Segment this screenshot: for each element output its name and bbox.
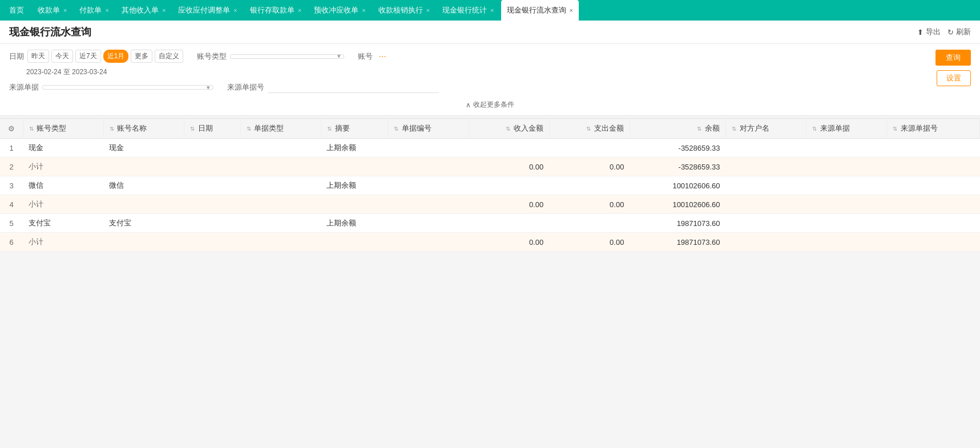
col-gear[interactable]: ⚙ [0,119,23,139]
cell-doc-no [388,214,469,233]
date-btn-today[interactable]: 今天 [51,50,73,63]
cell-account-name [103,158,184,176]
cell-counterpart [726,158,806,176]
cell-income: 0.00 [469,158,549,176]
cell-account-name [103,195,184,214]
col-doc-no[interactable]: ⇅ 单据编号 [388,119,469,139]
nav-tab-7[interactable]: 现金银行统计 × [437,0,499,21]
cell-doc-no [388,233,469,252]
page-header: 现金银行流水查询 ⬆ 导出 ↻ 刷新 [0,21,980,44]
cell-counterpart [726,176,806,195]
nav-tab-close-4[interactable]: × [298,7,301,14]
nav-tab-2[interactable]: 其他收入单 × [116,0,171,21]
refresh-button[interactable]: ↻ 刷新 [947,27,971,37]
collapse-bar[interactable]: ∧ 收起更多条件 [9,98,971,113]
col-expense[interactable]: ⇅ 支出金额 [549,119,630,139]
cell-source-doc-no [887,195,980,214]
cell-source-doc [806,233,887,252]
table-row: 2 小计 0.00 0.00 -3528659.33 [0,158,980,176]
filter-area: 日期 昨天 今天 近7天 近1月 更多 自定义 账号类型 ▾ [0,44,980,116]
col-balance[interactable]: ⇅ 余额 [630,119,725,139]
col-account-name[interactable]: ⇅ 账号名称 [103,119,184,139]
cell-row-num: 5 [0,214,23,233]
cell-balance: 19871073.60 [630,214,725,233]
table-row: 3 微信 微信 上期余额 100102606.60 [0,176,980,195]
cell-doc-type [240,176,321,195]
table-row: 1 现金 现金 上期余额 -3528659.33 [0,139,980,158]
sort-expense-icon: ⇅ [586,126,591,132]
col-counterpart-label: 对方户名 [740,124,769,132]
sort-balance-icon: ⇅ [697,126,701,132]
nav-tab-0[interactable]: 收款单 × [32,0,72,21]
col-account-type[interactable]: ⇅ 账号类型 [23,119,103,139]
cell-income [469,176,549,195]
col-source-doc-no[interactable]: ⇅ 来源单据号 [887,119,980,139]
col-account-name-label: 账号名称 [117,124,147,132]
account-dots-button[interactable]: ··· [376,51,388,62]
filter-row-2: 来源单据 ▾ 来源单据号 [9,82,916,93]
nav-tab-close-3[interactable]: × [233,7,237,14]
nav-tab-label-2: 其他收入单 [122,5,159,15]
col-counterpart[interactable]: ⇅ 对方户名 [726,119,806,139]
nav-tab-close-7[interactable]: × [490,7,494,14]
col-balance-label: 余额 [705,124,720,132]
col-summary[interactable]: ⇅ 摘要 [321,119,388,139]
nav-tab-6[interactable]: 收款核销执行 × [373,0,435,21]
nav-tab-close-8[interactable]: × [570,7,573,14]
cell-account-type: 现金 [23,139,103,158]
query-button[interactable]: 查询 [935,50,971,66]
export-button[interactable]: ⬆ 导出 [917,27,941,37]
cell-date [184,176,240,195]
account-type-select[interactable] [230,54,344,59]
col-doc-type[interactable]: ⇅ 单据类型 [240,119,321,139]
filter-row-1: 日期 昨天 今天 近7天 近1月 更多 自定义 账号类型 ▾ [9,50,916,63]
action-buttons: 查询 设置 [925,50,971,86]
nav-tab-3[interactable]: 应收应付调整单 × [172,0,243,21]
nav-home[interactable]: 首页 [2,0,31,21]
date-btn-more[interactable]: 更多 [131,50,152,63]
nav-tab-1[interactable]: 付款单 × [74,0,114,21]
cell-row-num: 6 [0,233,23,252]
collapse-up-icon: ∧ [466,101,471,109]
cell-balance: 100102606.60 [630,176,725,195]
date-btn-yesterday[interactable]: 昨天 [27,50,49,63]
nav-tab-close-5[interactable]: × [362,7,365,14]
date-btn-custom[interactable]: 自定义 [155,50,183,63]
date-btn-7days[interactable]: 近7天 [75,50,101,63]
source-doc-no-input[interactable] [268,82,439,93]
nav-tab-close-2[interactable]: × [162,7,166,14]
nav-tab-8[interactable]: 现金银行流水查询 × [501,0,579,21]
settings-button[interactable]: 设置 [937,70,971,86]
col-source-doc[interactable]: ⇅ 来源单据 [806,119,887,139]
cell-doc-type [240,139,321,158]
nav-tab-close-1[interactable]: × [105,7,108,14]
cell-balance: -3528659.33 [630,158,725,176]
cell-date [184,139,240,158]
table-settings-gear-icon[interactable]: ⚙ [6,124,17,133]
date-btn-1month[interactable]: 近1月 [103,50,129,63]
cell-expense: 0.00 [549,195,630,214]
col-income[interactable]: ⇅ 收入金额 [469,119,549,139]
nav-tab-4[interactable]: 银行存取款单 × [244,0,307,21]
col-source-doc-label: 来源单据 [820,124,850,132]
sort-source-doc-icon: ⇅ [812,126,817,132]
cell-source-doc [806,139,887,158]
cell-doc-no [388,176,469,195]
col-date-label: 日期 [198,124,213,132]
cell-account-name: 支付宝 [103,214,184,233]
nav-tab-close-6[interactable]: × [426,7,430,14]
cell-source-doc [806,195,887,214]
cell-summary [321,195,388,214]
table-row: 6 小计 0.00 0.00 19871073.60 [0,233,980,252]
account-filter-group: 账号 ··· [358,51,388,62]
col-date[interactable]: ⇅ 日期 [184,119,240,139]
cell-row-num: 4 [0,195,23,214]
cell-source-doc [806,214,887,233]
cell-account-name [103,233,184,252]
sort-counterpart-icon: ⇅ [732,126,736,132]
nav-tab-close-0[interactable]: × [63,7,67,14]
cell-doc-no [388,195,469,214]
source-doc-select[interactable] [42,85,213,90]
nav-tab-5[interactable]: 预收冲应收单 × [308,0,371,21]
cell-doc-type [240,214,321,233]
